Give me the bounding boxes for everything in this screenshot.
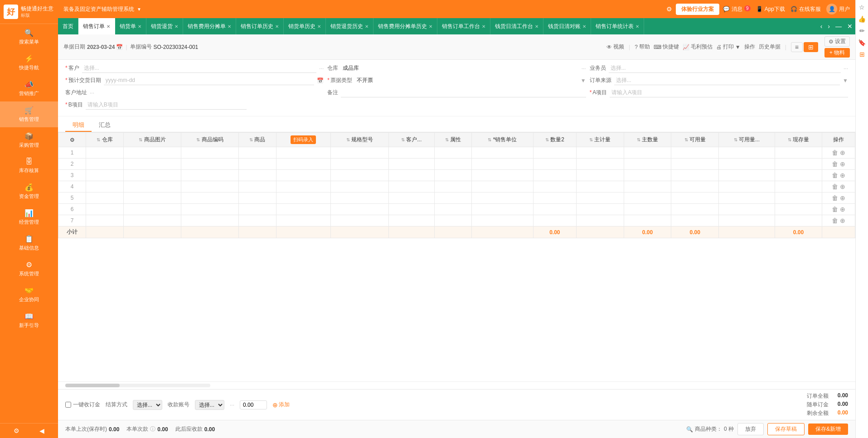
nav-tab-close-11[interactable]: ✕ — [582, 24, 586, 29]
sidebar-item-2[interactable]: 📣营销推广 — [0, 76, 58, 101]
sub-tab-0[interactable]: 明细 — [65, 119, 92, 132]
message-item[interactable]: 💬 消息 9 — [723, 5, 751, 13]
nav-tab-close-7[interactable]: ✕ — [365, 24, 369, 29]
right-tool-edit-icon[interactable]: ✏ — [857, 25, 868, 36]
right-tool-bookmark-icon[interactable]: 🔖 — [857, 37, 868, 48]
nav-minimize-btn[interactable]: — — [833, 18, 844, 34]
sidebar-collapse-icon[interactable]: ◀ — [39, 427, 44, 434]
customer-input[interactable] — [82, 63, 317, 73]
delete-icon-5[interactable]: 🗑 — [832, 206, 838, 213]
amount-input[interactable] — [240, 400, 267, 409]
nav-next-btn[interactable]: › — [825, 18, 833, 34]
nav-tab-4[interactable]: 销售费用分摊单✕ — [183, 18, 236, 34]
online-service-item[interactable]: 🎧 在线客服 — [790, 5, 821, 13]
sidebar-item-11[interactable]: 📖新手引导 — [0, 308, 58, 333]
add-button[interactable]: ⊕ 添加 — [272, 401, 290, 409]
profit-forecast-btn[interactable]: 📈 毛利预估 — [683, 43, 713, 51]
operation-btn[interactable]: 操作 — [744, 43, 755, 51]
sidebar-item-6[interactable]: 💰资金管理 — [0, 178, 58, 204]
invoice-type-arrow-icon[interactable]: ▼ — [581, 77, 586, 84]
nav-tab-9[interactable]: 销售订单工作台✕ — [437, 18, 490, 34]
nav-tab-close-1[interactable]: ✕ — [107, 24, 110, 29]
delete-icon-3[interactable]: 🗑 — [832, 183, 838, 190]
sort-icon-12[interactable]: ⇅ — [637, 137, 640, 142]
address-dots-icon[interactable]: ··· — [90, 90, 94, 96]
scan-button[interactable]: 扫码录入 — [291, 135, 316, 144]
nav-tab-3[interactable]: 销货退货✕ — [146, 18, 183, 34]
sort-icon-7[interactable]: ⇅ — [401, 137, 405, 142]
copy-icon-0[interactable]: ⊕ — [840, 149, 845, 156]
sidebar-settings-icon[interactable]: ⚙ — [14, 427, 19, 434]
sort-icon-9[interactable]: ⇅ — [488, 137, 491, 142]
remark-input[interactable] — [341, 88, 586, 97]
right-tool-thumbsup-icon[interactable]: 👍 — [857, 14, 868, 24]
discard-button[interactable]: 放弃 — [737, 423, 764, 435]
sort-icon-8[interactable]: ⇅ — [445, 137, 449, 142]
nav-tab-7[interactable]: 销货退货历史✕ — [326, 18, 373, 34]
help-btn[interactable]: ? 帮助 — [635, 43, 650, 51]
delivery-calendar-icon[interactable]: 📅 — [317, 77, 324, 84]
nav-close-btn[interactable]: ✕ — [844, 18, 855, 34]
delivery-date-input[interactable] — [104, 76, 315, 85]
delete-icon-4[interactable]: 🗑 — [832, 194, 838, 202]
nav-tab-6[interactable]: 销货单历史✕ — [284, 18, 326, 34]
sort-icon-3[interactable]: ⇅ — [196, 137, 200, 142]
sort-icon-11[interactable]: ⇅ — [589, 137, 593, 142]
date-value[interactable]: 2023-03-24 📅 — [87, 44, 123, 50]
sort-icon-13[interactable]: ⇅ — [684, 137, 688, 142]
bank-account-select[interactable]: 选择... — [195, 400, 224, 410]
copy-icon-2[interactable]: ⊕ — [840, 172, 845, 179]
nav-tab-close-4[interactable]: ✕ — [228, 24, 231, 29]
sort-icon-1[interactable]: ⇅ — [97, 137, 100, 142]
nav-tab-10[interactable]: 钱货日清工作台✕ — [490, 18, 543, 34]
nav-tab-close-2[interactable]: ✕ — [138, 24, 141, 29]
solution-button[interactable]: 体验行业方案 — [676, 4, 719, 15]
sidebar-item-10[interactable]: 🤝企业协同 — [0, 282, 58, 308]
delete-icon-0[interactable]: 🗑 — [832, 149, 838, 156]
print-btn[interactable]: 🖨 打印 ▼ — [716, 43, 741, 51]
table-col-5[interactable]: 扫码录入 — [276, 133, 331, 147]
copy-icon-4[interactable]: ⊕ — [840, 194, 845, 202]
nav-tab-1[interactable]: 销售订单✕ — [78, 18, 115, 34]
table-container[interactable]: ⚙⇅ 仓库⇅ 商品图片⇅ 商品编码⇅ 商品扫码录入⇅ 规格型号⇅ 客户...⇅ … — [58, 132, 855, 381]
sidebar-item-7[interactable]: 📊经营管理 — [0, 204, 58, 230]
delete-icon-1[interactable]: 🗑 — [832, 160, 838, 168]
nav-tab-0[interactable]: 首页 — [58, 18, 78, 34]
sidebar-item-3[interactable]: 🛒销售管理 — [0, 101, 58, 127]
sidebar-item-0[interactable]: 🔍搜索菜单 — [0, 24, 58, 50]
nav-tab-8[interactable]: 销售费用分摊单历史✕ — [373, 18, 437, 34]
copy-icon-5[interactable]: ⊕ — [840, 206, 845, 213]
nav-tab-close-10[interactable]: ✕ — [535, 24, 538, 29]
bank-account-dots-icon[interactable]: ··· — [230, 402, 234, 408]
delete-icon-6[interactable]: 🗑 — [832, 217, 838, 224]
settings-button[interactable]: ⚙ 设置 — [824, 36, 850, 47]
horizontal-scrollbar[interactable] — [65, 384, 210, 387]
save-draft-button[interactable]: 保存草稿 — [767, 423, 805, 435]
delete-icon-2[interactable]: 🗑 — [832, 172, 838, 179]
sidebar-item-1[interactable]: ⚡快捷导航 — [0, 50, 58, 76]
warehouse-dots-icon[interactable]: ··· — [582, 65, 586, 72]
save-new-button[interactable]: 保存&新增 — [808, 424, 848, 435]
sidebar-item-9[interactable]: ⚙系统管理 — [0, 256, 58, 282]
nav-tab-close-12[interactable]: ✕ — [635, 24, 639, 29]
nav-tab-12[interactable]: 销售订单统计表✕ — [591, 18, 644, 34]
right-tool-star-icon[interactable]: ☆ — [857, 2, 868, 13]
nav-tab-2[interactable]: 销货单✕ — [115, 18, 146, 34]
copy-icon-6[interactable]: ⊕ — [840, 217, 845, 224]
nav-tab-11[interactable]: 钱货日清对账✕ — [543, 18, 591, 34]
history-btn[interactable]: 历史单据 — [759, 43, 781, 51]
sort-icon-10[interactable]: ⇅ — [545, 137, 549, 142]
nav-tab-close-3[interactable]: ✕ — [175, 24, 178, 29]
a-project-input[interactable] — [610, 88, 848, 97]
shortcut-btn[interactable]: ⌨ 快捷键 — [654, 43, 679, 51]
sort-icon-6[interactable]: ⇅ — [346, 137, 350, 142]
sort-icon-15[interactable]: ⇅ — [788, 137, 791, 142]
staff-dots-icon[interactable]: ··· — [844, 65, 848, 72]
copy-icon-1[interactable]: ⊕ — [840, 160, 845, 168]
nav-prev-btn[interactable]: ‹ — [818, 18, 825, 34]
topbar-gear-icon[interactable]: ⚙ — [666, 5, 672, 13]
order-source-input[interactable] — [614, 76, 840, 85]
grid-view-btn[interactable]: ≡ — [791, 42, 803, 52]
quick-order-checkbox[interactable] — [65, 402, 71, 408]
sidebar-item-8[interactable]: 📋基础信息 — [0, 230, 58, 256]
